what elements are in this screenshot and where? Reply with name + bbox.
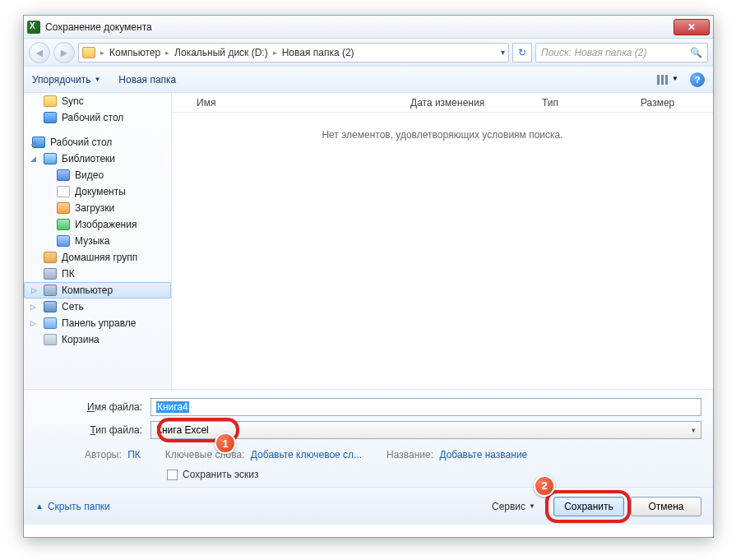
expand-icon[interactable]: ▷ bbox=[29, 319, 37, 327]
col-modified[interactable]: Дата изменения bbox=[410, 97, 542, 109]
document-icon bbox=[57, 186, 70, 197]
tree-pc[interactable]: ПК bbox=[24, 266, 171, 282]
collapse-icon[interactable]: ◢ bbox=[29, 155, 37, 163]
search-icon: 🔍 bbox=[690, 47, 702, 58]
button-bar: ▲ Скрыть папки Сервис ▼ Сохранить 2 Отме… bbox=[24, 487, 713, 525]
search-placeholder: Поиск: Новая nаnка (2) bbox=[541, 47, 647, 58]
view-mode-button[interactable]: ▼ bbox=[657, 75, 678, 85]
expand-icon[interactable]: ▷ bbox=[29, 303, 37, 311]
tree-documents[interactable]: Документы bbox=[24, 183, 171, 200]
service-menu[interactable]: Сервис ▼ bbox=[492, 501, 535, 512]
keywords-label: Ключевые слова: bbox=[165, 449, 245, 460]
nav-row: ◄ ► ▸ Компьютер ▸ Локальный диск (D:) ▸ … bbox=[24, 39, 713, 67]
filetype-label: Тип файла: bbox=[35, 424, 150, 436]
expand-icon[interactable]: ▷ bbox=[30, 286, 38, 294]
tree-desktop[interactable]: Рабочий стол bbox=[24, 109, 171, 126]
control-panel-icon bbox=[44, 317, 57, 329]
titlebar: Сохранение документа ✕ bbox=[24, 16, 713, 39]
close-button[interactable]: ✕ bbox=[674, 19, 710, 35]
trash-icon bbox=[44, 334, 57, 345]
new-folder-button[interactable]: Новая папка bbox=[118, 74, 176, 86]
empty-message: Нет элементов, удовлетворяющих условиям … bbox=[172, 129, 713, 141]
chevron-right-icon: ▸ bbox=[100, 49, 104, 57]
pc-icon bbox=[44, 268, 57, 280]
col-size[interactable]: Размер bbox=[641, 97, 706, 109]
search-input[interactable]: Поиск: Новая nаnка (2) 🔍 bbox=[535, 43, 708, 62]
tree-homegroup[interactable]: Домашняя групп bbox=[24, 249, 171, 266]
authors-value[interactable]: ПК bbox=[127, 449, 141, 460]
tree-music[interactable]: Музыка bbox=[24, 233, 171, 249]
column-headers: Имя Дата изменения Тип Размер bbox=[172, 93, 713, 113]
save-button[interactable]: Сохранить bbox=[553, 497, 624, 516]
tree-downloads[interactable]: Загрузки bbox=[24, 200, 171, 216]
homegroup-icon bbox=[44, 252, 57, 263]
excel-icon bbox=[27, 21, 40, 34]
chevron-down-icon: ▼ bbox=[529, 502, 535, 510]
folder-icon bbox=[82, 47, 95, 58]
keywords-value[interactable]: Добавьте ключевое сл... bbox=[251, 449, 362, 460]
tree-computer[interactable]: ▷Компьютер bbox=[24, 282, 171, 299]
form-area: ИИмя файла:мя файла: Книга4 Тип файла: К… bbox=[24, 389, 713, 487]
crumb-computer[interactable]: Компьютер bbox=[109, 47, 160, 58]
col-name[interactable]: Имя bbox=[197, 97, 410, 109]
filename-label: ИИмя файла:мя файла: bbox=[35, 401, 150, 413]
crumb-drive[interactable]: Локальный диск (D:) bbox=[174, 47, 268, 58]
chevron-down-icon: ▼ bbox=[672, 75, 678, 85]
video-icon bbox=[57, 169, 70, 181]
metadata-row: Авторы: ПК Ключевые слова: Добавьте ключ… bbox=[35, 444, 701, 464]
authors-label: Авторы: bbox=[85, 449, 122, 460]
help-button[interactable]: ? bbox=[690, 72, 705, 87]
window-title: Сохранение документа bbox=[45, 21, 674, 33]
save-dialog: Сохранение документа ✕ ◄ ► ▸ Компьютер ▸… bbox=[23, 15, 714, 538]
filename-value: Книга4 bbox=[156, 401, 189, 413]
organize-menu[interactable]: Упорядочить ▼ bbox=[32, 74, 100, 86]
tree-images[interactable]: Изображения bbox=[24, 216, 171, 233]
chevron-down-icon: ▾ bbox=[692, 426, 696, 434]
file-pane: Имя Дата изменения Тип Размер Нет элемен… bbox=[172, 93, 713, 389]
refresh-button[interactable]: ↻ bbox=[512, 43, 532, 62]
network-icon bbox=[44, 301, 57, 312]
chevron-right-icon: ▸ bbox=[165, 49, 169, 57]
image-icon bbox=[57, 219, 70, 230]
tree-trash[interactable]: Корзина bbox=[24, 331, 171, 348]
tree-sync[interactable]: Sync bbox=[24, 93, 171, 109]
chevron-down-icon[interactable]: ▾ bbox=[501, 48, 505, 57]
title-label: Название: bbox=[387, 449, 433, 460]
filetype-value: Книга Excel bbox=[156, 424, 209, 436]
tree-video[interactable]: Видео bbox=[24, 167, 171, 183]
save-thumbnail-label: Сохранить эскиз bbox=[183, 469, 259, 480]
col-type[interactable]: Тип bbox=[542, 97, 641, 109]
filetype-dropdown[interactable]: Книга Excel ▾ bbox=[150, 421, 701, 439]
folder-icon bbox=[44, 95, 57, 107]
library-icon bbox=[44, 153, 57, 164]
chevron-right-icon: ▸ bbox=[273, 49, 277, 57]
tree-control-panel[interactable]: ▷Панель управле bbox=[24, 315, 171, 331]
tree-desktop-root[interactable]: ◢Рабочий стол bbox=[24, 134, 171, 150]
collapse-icon[interactable]: ◢ bbox=[29, 138, 37, 146]
desktop-icon bbox=[44, 112, 57, 123]
tree-libraries[interactable]: ◢Библиотеки bbox=[24, 150, 171, 167]
music-icon bbox=[57, 235, 70, 247]
tree-network[interactable]: ▷Сеть bbox=[24, 299, 171, 315]
address-bar[interactable]: ▸ Компьютер ▸ Локальный диск (D:) ▸ Нова… bbox=[78, 43, 509, 62]
nav-tree: Sync Рабочий стол ◢Рабочий стол ◢Библиот… bbox=[24, 93, 172, 389]
download-icon bbox=[57, 202, 70, 214]
title-value[interactable]: Добавьте название bbox=[439, 449, 527, 460]
triangle-up-icon: ▲ bbox=[35, 502, 44, 511]
toolbar: Упорядочить ▼ Новая папка ▼ ? bbox=[24, 67, 713, 93]
crumb-folder[interactable]: Новая папка (2) bbox=[282, 47, 354, 58]
chevron-down-icon: ▼ bbox=[94, 76, 100, 83]
cancel-button[interactable]: Отмена bbox=[631, 497, 701, 516]
filename-input[interactable]: Книга4 bbox=[150, 398, 701, 416]
back-button[interactable]: ◄ bbox=[29, 42, 50, 63]
computer-icon bbox=[44, 285, 57, 296]
save-thumbnail-checkbox[interactable] bbox=[167, 470, 178, 480]
forward-button[interactable]: ► bbox=[53, 42, 75, 63]
hide-folders-button[interactable]: ▲ Скрыть папки bbox=[35, 501, 110, 512]
